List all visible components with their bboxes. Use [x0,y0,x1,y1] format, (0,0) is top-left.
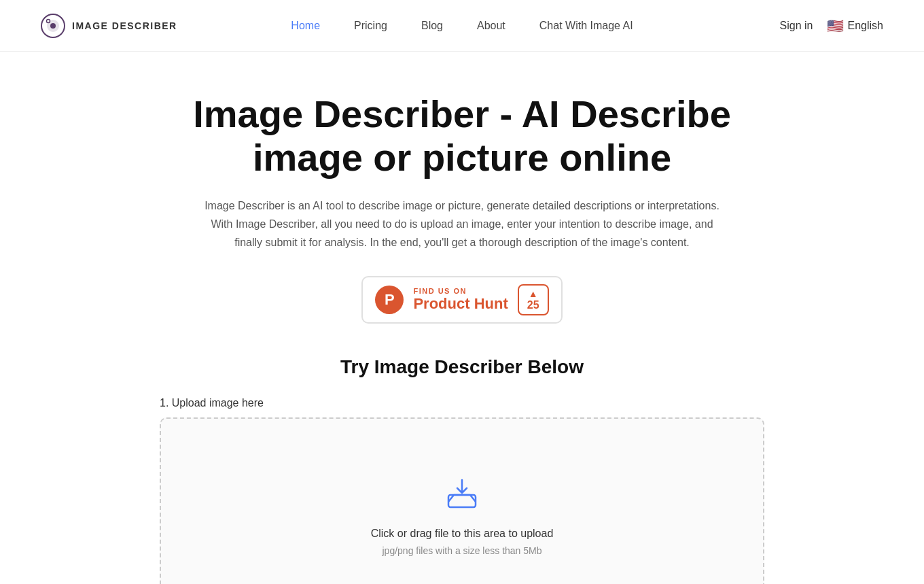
product-hunt-find-us: FIND US ON [413,287,508,295]
upload-sub-text: jpg/png files with a size less than 5Mb [382,545,541,556]
product-hunt-votes: ▲ 25 [518,284,549,315]
hero-subtitle-line1: Image Describer is an AI tool to describ… [205,200,719,211]
logo[interactable]: IMAGE DESCRIBER [41,14,177,38]
nav-about[interactable]: About [477,20,505,32]
header-actions: Sign in 🇺🇸 English [780,18,883,34]
svg-point-2 [50,23,56,29]
hero-title: Image Describer - AI Describe image or p… [156,92,768,180]
nav-home[interactable]: Home [291,20,320,32]
logo-text: IMAGE DESCRIBER [72,20,177,31]
nav-chat[interactable]: Chat With Image AI [539,20,633,32]
product-hunt-name: Product Hunt [413,295,508,313]
upload-label: 1. Upload image here [160,397,764,409]
upload-main-text: Click or drag file to this area to uploa… [371,528,554,540]
header: IMAGE DESCRIBER Home Pricing Blog About … [0,0,924,52]
vote-count: 25 [527,299,539,311]
upload-dropzone[interactable]: Click or drag file to this area to uploa… [160,417,764,584]
hero-subtitle-line2: With Image Describer, all you need to do… [211,218,713,248]
product-hunt-logo: P [375,286,404,314]
nav-pricing[interactable]: Pricing [354,20,387,32]
inbox-icon [444,476,480,511]
logo-icon [41,14,65,38]
upload-icon [444,476,480,514]
sign-in-link[interactable]: Sign in [780,20,813,32]
main-content: Image Describer - AI Describe image or p… [0,52,924,584]
main-nav: Home Pricing Blog About Chat With Image … [291,20,633,32]
product-hunt-text: FIND US ON Product Hunt [413,287,508,313]
upvote-arrow-icon: ▲ [529,288,538,299]
upload-section: 1. Upload image here Click or drag file … [160,397,764,584]
svg-point-3 [47,19,50,22]
language-button[interactable]: 🇺🇸 English [827,18,883,34]
nav-blog[interactable]: Blog [421,20,443,32]
flag-icon: 🇺🇸 [827,18,844,34]
language-label: English [848,20,883,32]
product-hunt-badge[interactable]: P FIND US ON Product Hunt ▲ 25 [361,276,562,324]
hero-subtitle: Image Describer is an AI tool to describ… [204,196,720,252]
try-title: Try Image Describer Below [340,356,584,378]
